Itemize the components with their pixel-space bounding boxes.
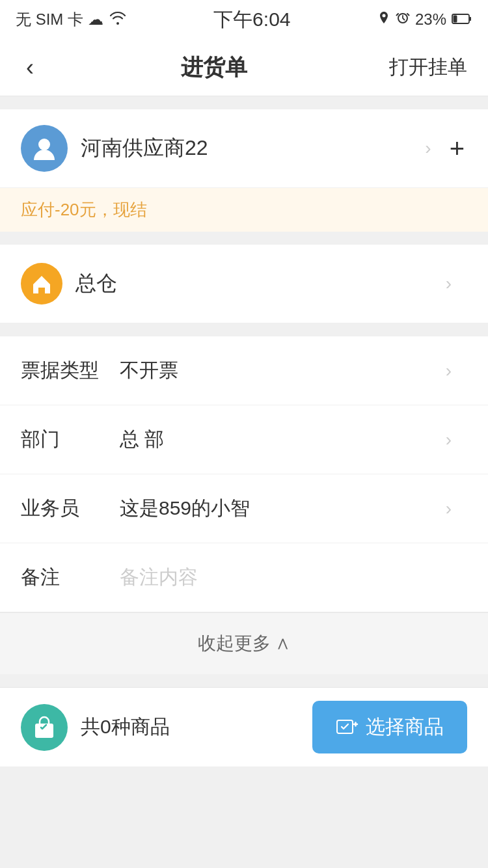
department-row[interactable]: 部门 总 部 › (0, 405, 488, 474)
battery-icon (452, 10, 472, 29)
product-count: 共0种商品 (81, 714, 312, 740)
product-row: 共0种商品 选择商品 (0, 687, 488, 766)
salesperson-label: 业务员 (21, 495, 99, 522)
invoice-type-value: 不开票 (99, 357, 446, 384)
battery-text: 23% (415, 10, 446, 29)
department-label: 部门 (21, 426, 99, 453)
section-divider-3 (0, 323, 488, 336)
warehouse-row[interactable]: 总仓 › (0, 245, 488, 323)
product-icon (21, 704, 68, 751)
supplier-section: 河南供应商22 › + 应付-20元，现结 (0, 109, 488, 232)
supplier-avatar (21, 125, 68, 172)
svg-rect-2 (469, 17, 471, 21)
add-button[interactable]: + (447, 134, 467, 163)
collapse-row[interactable]: 收起更多 ∧ (0, 612, 488, 674)
page-title: 进货单 (181, 53, 247, 83)
salesperson-chevron-icon: › (446, 498, 452, 519)
remark-input[interactable]: 备注内容 (99, 564, 467, 591)
invoice-type-chevron-icon: › (446, 360, 452, 381)
section-divider-4 (0, 674, 488, 687)
department-value: 总 部 (99, 426, 446, 453)
select-product-label: 选择商品 (366, 714, 444, 740)
invoice-type-row[interactable]: 票据类型 不开票 › (0, 336, 488, 405)
warehouse-icon (21, 263, 62, 305)
supplier-chevron-icon: › (425, 138, 431, 159)
back-button[interactable]: ‹ (21, 49, 39, 87)
open-pending-button[interactable]: 打开挂单 (389, 54, 467, 81)
notice-text: 应付-20元，现结 (21, 200, 147, 219)
section-divider-1 (0, 96, 488, 109)
warehouse-name: 总仓 (75, 269, 446, 298)
nav-bar: ‹ 进货单 打开挂单 (0, 39, 488, 96)
remark-label: 备注 (21, 564, 99, 591)
salesperson-row[interactable]: 业务员 这是859的小智 › (0, 474, 488, 543)
notice-bar: 应付-20元，现结 (0, 188, 488, 232)
svg-point-4 (38, 139, 50, 150)
form-section: 票据类型 不开票 › 部门 总 部 › 业务员 这是859的小智 › 备注 备注… (0, 336, 488, 612)
location-icon (377, 10, 390, 29)
svg-rect-3 (453, 16, 457, 23)
invoice-type-label: 票据类型 (21, 357, 99, 384)
section-divider-2 (0, 232, 488, 245)
remark-row[interactable]: 备注 备注内容 (0, 543, 488, 612)
sim-text: 无 SIM 卡 ☁ (16, 9, 103, 30)
alarm-icon (396, 10, 410, 29)
status-time: 下午6:04 (213, 7, 290, 33)
status-left: 无 SIM 卡 ☁ (16, 9, 127, 30)
wifi-icon (109, 10, 127, 29)
supplier-row[interactable]: 河南供应商22 › + (0, 109, 488, 188)
gray-bottom (0, 766, 488, 868)
select-product-button[interactable]: 选择商品 (312, 701, 467, 753)
collapse-label: 收起更多 ∧ (198, 631, 291, 656)
status-bar: 无 SIM 卡 ☁ 下午6:04 23% (0, 0, 488, 39)
department-chevron-icon: › (446, 429, 452, 450)
supplier-name: 河南供应商22 (81, 134, 425, 163)
status-right: 23% (377, 10, 472, 29)
warehouse-chevron-icon: › (446, 273, 452, 294)
salesperson-value: 这是859的小智 (99, 495, 446, 522)
